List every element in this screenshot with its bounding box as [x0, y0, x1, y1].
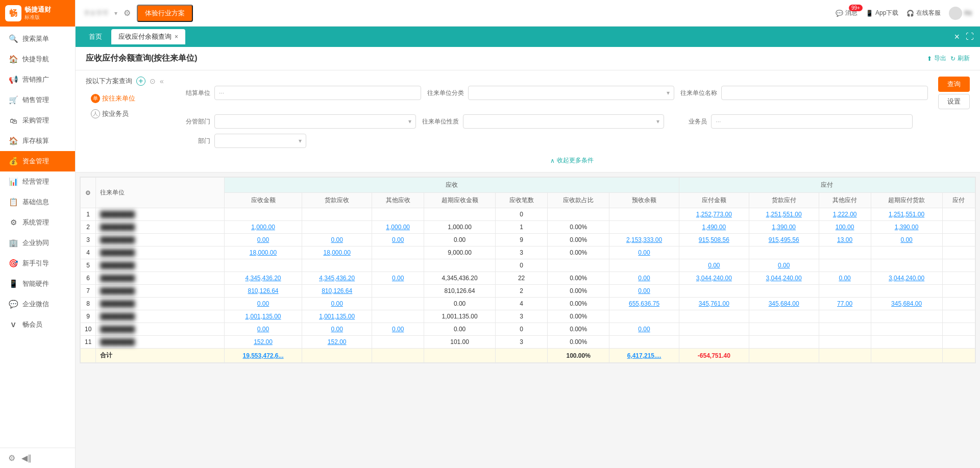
payable-goods[interactable]: 1,390.00: [749, 221, 819, 234]
sidebar-item-purchase[interactable]: 🛍 采购管理: [0, 110, 75, 131]
payable-goods[interactable]: 0.00: [749, 259, 819, 272]
tab-close-icon[interactable]: ×: [175, 33, 178, 40]
receivable-other[interactable]: 0.00: [372, 234, 424, 247]
receivable-amount[interactable]: 18,000.00: [224, 247, 302, 259]
receivable-amount[interactable]: 1,001,135.00: [224, 310, 302, 323]
overdue-payable[interactable]: 1,251,551.00: [871, 208, 942, 221]
sidebar-item-sales[interactable]: 🛒 销售管理: [0, 90, 75, 110]
promo-button[interactable]: 体验行业方案: [137, 5, 193, 22]
payable-other[interactable]: 0.00: [819, 272, 871, 285]
overdue-payable[interactable]: 0.00: [871, 234, 942, 247]
scheme-by-partner[interactable]: 单 按往来单位: [86, 92, 167, 105]
receivable-goods[interactable]: 1,001,135.00: [302, 310, 372, 323]
payable-goods[interactable]: 915,495.56: [749, 234, 819, 247]
sidebar-item-operations[interactable]: 📊 经营管理: [0, 171, 75, 192]
partner-name[interactable]: ████████: [96, 234, 224, 247]
advance-balance[interactable]: 655,636.75: [609, 298, 679, 310]
receivable-goods[interactable]: 810,126.64: [302, 285, 372, 298]
filter-add-icon[interactable]: +: [136, 77, 145, 86]
sidebar-item-member[interactable]: V 畅会员: [0, 314, 75, 335]
select-manage-dept[interactable]: ▾: [214, 114, 416, 129]
breadcrumb-dropdown-icon[interactable]: ▾: [114, 10, 117, 17]
overdue-payable[interactable]: 3,044,240.00: [871, 272, 942, 285]
payable-amount[interactable]: 3,044,240.00: [679, 272, 749, 285]
receivable-goods[interactable]: 0.00: [302, 298, 372, 310]
query-button[interactable]: 查询: [938, 77, 970, 92]
partner-name[interactable]: ████████: [96, 272, 224, 285]
payable-other[interactable]: 100.00: [819, 221, 871, 234]
scheme-by-staff[interactable]: 人 按业务员: [86, 107, 167, 120]
sidebar-item-hardware[interactable]: 📱 智能硬件: [0, 274, 75, 294]
overdue-payable[interactable]: 345,684.00: [871, 298, 942, 310]
table-scroll[interactable]: ⚙ 往来单位 应收 应付 应收金额 货款应收 其他应收 超期应收金额: [80, 177, 975, 363]
settings-icon[interactable]: ⚙: [8, 453, 15, 463]
advance-balance[interactable]: 0.00: [609, 247, 679, 259]
receivable-goods[interactable]: 0.00: [302, 234, 372, 247]
receivable-amount[interactable]: 4,345,436.20: [224, 272, 302, 285]
total-receivable-amount[interactable]: 19,553,472,6...: [224, 349, 302, 363]
receivable-amount[interactable]: 0.00: [224, 298, 302, 310]
payable-goods[interactable]: 3,044,240.00: [749, 272, 819, 285]
sidebar-item-enterprise[interactable]: 🏢 企业协同: [0, 233, 75, 253]
refresh-button[interactable]: ↻ 刷新: [950, 54, 970, 63]
payable-goods[interactable]: 345,684.00: [749, 298, 819, 310]
select-partner-category[interactable]: ▾: [468, 86, 675, 100]
receivable-goods[interactable]: 0.00: [302, 323, 372, 336]
partner-name[interactable]: ████████: [96, 221, 224, 234]
advance-balance[interactable]: 0.00: [609, 272, 679, 285]
sidebar-item-system[interactable]: ⚙ 系统管理: [0, 212, 75, 233]
overdue-payable[interactable]: 1,390.00: [871, 221, 942, 234]
messages-action[interactable]: 💬 消息 99+: [836, 9, 857, 17]
app-download-action[interactable]: 📱 App下载: [866, 9, 898, 17]
partner-name[interactable]: ████████: [96, 323, 224, 336]
partner-name[interactable]: ████████: [96, 247, 224, 259]
sidebar-item-guide[interactable]: 🎯 新手引导: [0, 253, 75, 274]
customer-service-action[interactable]: 🎧 在线客服: [906, 9, 941, 17]
receivable-amount[interactable]: 152.00: [224, 336, 302, 349]
receivable-other[interactable]: 0.00: [372, 323, 424, 336]
total-advance-balance[interactable]: 6,417,215....: [609, 349, 679, 363]
user-action[interactable]: Rit: [949, 7, 972, 20]
payable-amount[interactable]: 1,490.00: [679, 221, 749, 234]
payable-amount[interactable]: 915,508.56: [679, 234, 749, 247]
payable-amount[interactable]: 345,761.00: [679, 298, 749, 310]
partner-name[interactable]: ████████: [96, 208, 224, 221]
select-partner-nature[interactable]: ▾: [463, 114, 665, 129]
filter-edit-icon[interactable]: ⊙: [150, 77, 156, 85]
select-dept[interactable]: ▾: [214, 134, 306, 148]
sidebar-item-wechat[interactable]: 💬 企业微信: [0, 294, 75, 314]
receivable-amount[interactable]: 0.00: [224, 323, 302, 336]
collapse-more-button[interactable]: ∧ 收起更多条件: [174, 153, 970, 166]
collapse-sidebar-icon[interactable]: ◀∥: [21, 453, 32, 463]
settings-button[interactable]: 设置: [938, 94, 970, 109]
input-settlement-unit[interactable]: ···: [214, 86, 421, 100]
receivable-amount[interactable]: 0.00: [224, 234, 302, 247]
tab-home[interactable]: 首页: [82, 29, 109, 44]
payable-goods[interactable]: 1,251,551.00: [749, 208, 819, 221]
partner-name[interactable]: ████████: [96, 310, 224, 323]
receivable-other[interactable]: 1,000.00: [372, 221, 424, 234]
advance-balance[interactable]: 2,153,333.00: [609, 234, 679, 247]
receivable-goods[interactable]: 4,345,436.20: [302, 272, 372, 285]
sidebar-item-shortcut[interactable]: 🏠 快捷导航: [0, 49, 75, 69]
receivable-amount[interactable]: 1,000.00: [224, 221, 302, 234]
receivable-other[interactable]: 0.00: [372, 272, 424, 285]
receivable-goods[interactable]: 18,000.00: [302, 247, 372, 259]
filter-collapse-icon[interactable]: «: [160, 77, 164, 85]
table-settings-icon[interactable]: ⚙: [85, 189, 91, 196]
sidebar-item-basic[interactable]: 📋 基础信息: [0, 192, 75, 212]
topbar-gear-icon[interactable]: ⚙: [124, 8, 131, 18]
payable-amount[interactable]: 1,252,773.00: [679, 208, 749, 221]
payable-other[interactable]: 1,222.00: [819, 208, 871, 221]
advance-balance[interactable]: 0.00: [609, 323, 679, 336]
partner-name[interactable]: ████████: [96, 336, 224, 349]
sidebar-item-marketing[interactable]: 📢 营销推广: [0, 69, 75, 90]
input-partner-name[interactable]: [721, 86, 928, 100]
tab-window-close-icon[interactable]: ×: [954, 32, 960, 42]
tab-balance-query[interactable]: 应收应付余额查询 ×: [111, 29, 185, 44]
receivable-amount[interactable]: 810,126.64: [224, 285, 302, 298]
export-button[interactable]: ⬆ 导出: [927, 54, 946, 63]
sidebar-item-warehouse[interactable]: 🏠 库存核算: [0, 131, 75, 151]
partner-name[interactable]: ████████: [96, 285, 224, 298]
partner-name[interactable]: ████████: [96, 259, 224, 272]
